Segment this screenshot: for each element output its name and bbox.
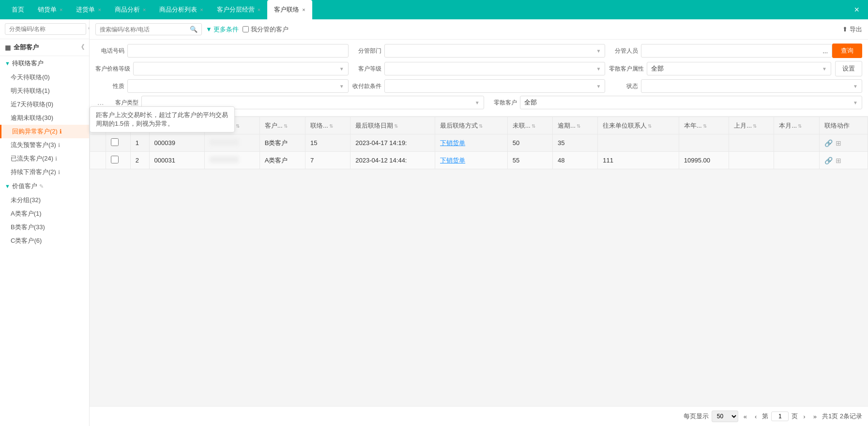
sidebar-group-value[interactable]: ▼ 价值客户 ✎ [0, 179, 89, 193]
nav-sales-close[interactable]: × [60, 7, 62, 13]
th-name-sort[interactable]: ⇅ [236, 123, 240, 129]
td-unit-contact-2: 111 [598, 152, 679, 169]
next-page-btn[interactable]: › [801, 412, 807, 421]
sidebar-item-c-class[interactable]: C类客户(6) [0, 234, 89, 248]
main-layout: 🔍 ▦ 全部客户 《 ▼ 待联络客户 今天待联络(0) 明天待联络(1) 近7天… [0, 19, 868, 426]
row-1-checkbox[interactable] [111, 138, 119, 146]
zero-sale-attr-select[interactable]: 全部 ▼ [647, 62, 831, 75]
filter-search-input[interactable] [100, 26, 190, 33]
th-category-sort[interactable]: ⇅ [284, 123, 288, 129]
gender-select[interactable]: ▼ [127, 79, 349, 93]
sidebar-group-pending[interactable]: ▼ 待联络客户 [0, 56, 89, 71]
last-contact-method-link-2[interactable]: 下销货单 [440, 157, 465, 164]
sidebar-item-b-class[interactable]: B类客户(33) [0, 220, 89, 234]
zero-sale-customer-select[interactable]: 全部 ▼ [520, 96, 862, 109]
declining-info-icon[interactable]: ℹ [58, 169, 60, 176]
sidebar-search-input[interactable] [5, 23, 86, 35]
filter-grid: 电话号码 分管部门 ▼ 分管人员 ... 查询 [90, 40, 868, 117]
td-this-year-1 [679, 134, 729, 152]
nav-item-analysis[interactable]: 商品分析 × [108, 0, 152, 19]
th-uncontacted[interactable]: 未联...⇅ [507, 117, 552, 134]
th-this-month-sort[interactable]: ⇅ [798, 123, 802, 129]
per-page-select[interactable]: 50 100 200 [712, 411, 738, 422]
th-this-month[interactable]: 本月...⇅ [774, 117, 819, 134]
th-category[interactable]: 客户...⇅ [259, 117, 305, 134]
nav-analysis-list-close[interactable]: × [200, 7, 203, 13]
filter-more-btn[interactable]: ▼ 更多条件 [206, 25, 239, 34]
td-last-contact-method-2[interactable]: 下销货单 [435, 152, 508, 169]
action-link-icon-2[interactable]: 🔗 [824, 157, 833, 164]
th-unit-contact[interactable]: 往来单位联系人⇅ [598, 117, 679, 134]
sidebar-item-lost-warning[interactable]: 流失预警客户(3) ℹ [0, 138, 89, 152]
nav-purchase-close[interactable]: × [98, 7, 101, 13]
status-select[interactable]: ▼ [641, 79, 862, 93]
th-last-month[interactable]: 上月...⇅ [729, 117, 774, 134]
nav-analysis-close[interactable]: × [143, 7, 146, 13]
th-overdue[interactable]: 逾期...⇅ [553, 117, 598, 134]
lost-info-icon[interactable]: ℹ [55, 156, 57, 162]
sidebar-all-customers[interactable]: ▦ 全部客户 《 [0, 39, 89, 56]
nav-customer-contact-close[interactable]: × [302, 7, 305, 13]
th-last-month-sort[interactable]: ⇅ [753, 123, 757, 129]
action-link-icon-1[interactable]: 🔗 [824, 139, 833, 147]
th-contacts-sort[interactable]: ⇅ [329, 123, 333, 129]
nav-item-customer-tier[interactable]: 客户分层经营 × [210, 0, 267, 19]
my-customers-checkbox[interactable] [243, 26, 249, 32]
nav-item-analysis-list[interactable]: 商品分析列表 × [152, 0, 210, 19]
sidebar-item-ungrouped[interactable]: 未分组(32) [0, 193, 89, 207]
th-last-contact-method-sort[interactable]: ⇅ [479, 123, 483, 129]
th-contacts[interactable]: 联络...⇅ [305, 117, 350, 134]
my-customers-checkbox-wrap[interactable]: 我分管的客户 [243, 25, 289, 34]
td-overdue-1: 35 [553, 134, 598, 152]
th-this-year[interactable]: 本年...⇅ [679, 117, 729, 134]
sidebar-item-declining[interactable]: 持续下滑客户(2) ℹ [0, 165, 89, 179]
th-overdue-sort[interactable]: ⇅ [577, 123, 580, 129]
info-icon[interactable]: ℹ [60, 128, 62, 135]
th-unit-contact-sort[interactable]: ⇅ [648, 123, 652, 129]
nav-item-customer-contact[interactable]: 客户联络 × [267, 0, 312, 19]
th-uncontacted-sort[interactable]: ⇅ [532, 123, 535, 129]
query-button[interactable]: 查询 [832, 44, 862, 58]
price-level-select[interactable]: ▼ [133, 62, 349, 75]
nav-item-home[interactable]: 首页 [5, 0, 31, 19]
row-2-checkbox[interactable] [111, 156, 119, 163]
first-page-btn[interactable]: « [741, 412, 749, 421]
current-page-input[interactable] [771, 411, 789, 421]
filter-cell-payment: 收付款条件 ▼ [352, 79, 606, 93]
filter-search-icon[interactable]: 🔍 [190, 26, 198, 33]
th-last-contact-date-sort[interactable]: ⇅ [394, 123, 398, 129]
lost-warning-info-icon[interactable]: ℹ [58, 142, 60, 148]
sidebar-item-tomorrow[interactable]: 明天待联络(1) [0, 84, 89, 98]
th-last-contact-method[interactable]: 最后联络方式⇅ [435, 117, 508, 134]
export-button[interactable]: ⬆ 导出 [842, 25, 862, 34]
action-grid-icon-2[interactable]: ⊞ [836, 157, 841, 164]
per-page-label: 每页显示 [684, 412, 709, 421]
sidebar-item-overdue[interactable]: 逾期未联络(30) [0, 111, 89, 125]
customer-level-select[interactable]: ▼ [384, 62, 606, 75]
last-contact-method-link-1[interactable]: 下销货单 [440, 139, 465, 147]
nav-item-purchase[interactable]: 进货单 × [69, 0, 107, 19]
setting-button[interactable]: 设置 [835, 61, 862, 76]
th-this-year-sort[interactable]: ⇅ [703, 123, 707, 129]
th-last-contact-date[interactable]: 最后联络日期⇅ [350, 117, 435, 134]
sidebar-item-a-class[interactable]: A类客户(1) [0, 207, 89, 220]
nav-customer-tier-close[interactable]: × [258, 7, 260, 13]
dept-select[interactable]: ▼ [384, 44, 606, 58]
phone-input[interactable] [127, 44, 349, 58]
payment-select[interactable]: ▼ [384, 79, 606, 93]
last-page-btn[interactable]: » [811, 412, 819, 421]
edit-icon[interactable]: ✎ [39, 183, 44, 190]
window-close-button[interactable]: × [850, 5, 863, 15]
sidebar-item-lost[interactable]: 已流失客户(24) ℹ [0, 152, 89, 165]
td-last-contact-method-1[interactable]: 下销货单 [435, 134, 508, 152]
action-grid-icon-1[interactable]: ⊞ [836, 139, 841, 147]
person-select[interactable]: ... [641, 44, 832, 58]
sidebar-item-today[interactable]: 今天待联络(0) [0, 71, 89, 84]
sidebar-collapse-icon[interactable]: 《 [78, 43, 84, 52]
sidebar-item-7days[interactable]: 近7天待联络(0) [0, 98, 89, 111]
sidebar-item-abnormal-repurchase[interactable]: 回购异常客户(2) ℹ [0, 125, 89, 138]
td-last-contact-date-2: 2023-04-12 14:44: [350, 152, 435, 169]
nav-item-sales[interactable]: 销货单 × [31, 0, 69, 19]
more-dots-btn[interactable]: ... [95, 98, 106, 107]
prev-page-btn[interactable]: ‹ [752, 412, 759, 421]
